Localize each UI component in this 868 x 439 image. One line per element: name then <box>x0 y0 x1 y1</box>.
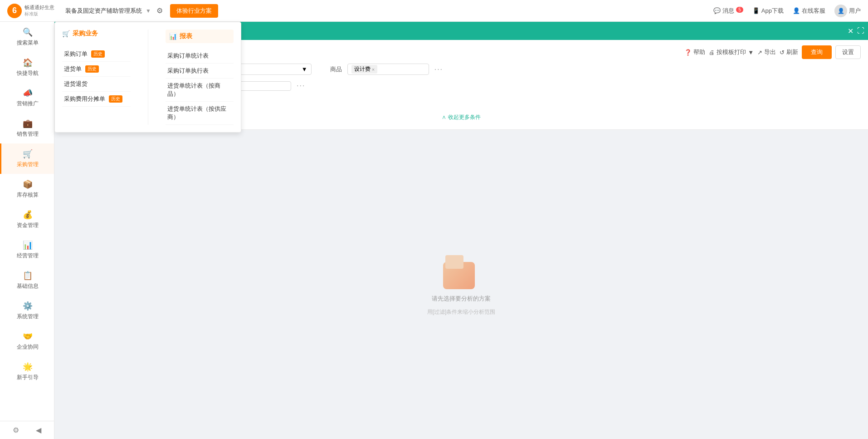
history-badge-1: 历史 <box>91 50 105 58</box>
status-value <box>243 66 245 73</box>
sidebar-item-inventory[interactable]: 📦 库存核算 <box>0 174 54 204</box>
inventory-icon: 📦 <box>23 179 33 189</box>
sidebar-collapse-btn[interactable]: ◀ <box>36 426 41 434</box>
menu-item-purchase-expense-label: 采购费用分摊单 <box>64 95 105 103</box>
marketing-icon: 📣 <box>23 88 33 98</box>
refresh-btn[interactable]: ↺ 刷新 <box>780 48 798 56</box>
service-icon: 👤 <box>793 7 800 14</box>
refresh-label: 刷新 <box>786 48 798 56</box>
history-badge-2: 历史 <box>85 65 99 73</box>
header-right: 💬 消息 5 📱 App下载 👤 在线客服 👤 用户 <box>713 5 861 17</box>
sidebar-item-purchase[interactable]: 🛒 采购管理 <box>0 143 54 174</box>
sidebar-item-search[interactable]: 🔍 搜索菜单 <box>0 22 54 52</box>
settings-icon[interactable]: ⚙ <box>156 6 163 15</box>
sidebar-label-marketing: 营销推广 <box>17 100 39 108</box>
purchase-dropdown-menu: 🛒 采购业务 采购订单 历史 进货单 历史 进货退货 采购费用分摊单 历史 📊 … <box>54 22 241 133</box>
menu-divider <box>148 30 148 125</box>
status-dropdown-icon: ▼ <box>302 66 307 73</box>
user-btn[interactable]: 👤 用户 <box>834 5 861 17</box>
sidebar-label-basic-info: 基础信息 <box>17 282 39 290</box>
print-dropdown-icon: ▼ <box>748 49 754 56</box>
menu-item-purchase-order-stat-label: 采购订单统计表 <box>167 52 209 60</box>
purchase-section-title: 🛒 采购业务 <box>62 30 131 41</box>
sidebar-label-inventory: 库存核算 <box>17 191 39 199</box>
menu-item-purchase-order[interactable]: 采购订单 历史 <box>62 47 131 62</box>
messages-btn[interactable]: 💬 消息 5 <box>713 7 743 15</box>
query-button[interactable]: 查询 <box>802 45 832 59</box>
sidebar-label-system: 系统管理 <box>17 313 39 321</box>
sidebar-item-operations[interactable]: 📊 经营管理 <box>0 235 54 265</box>
sidebar-item-basic-info[interactable]: 📋 基础信息 <box>0 265 54 296</box>
goods-more-btn[interactable]: ··· <box>434 65 443 74</box>
status-select[interactable]: ▼ <box>239 64 312 75</box>
search-icon: 🔍 <box>23 27 33 37</box>
operations-icon: 📊 <box>23 240 33 250</box>
report-section-icon: 📊 <box>169 33 177 40</box>
export-btn[interactable]: ↗ 导出 <box>757 48 776 56</box>
menu-item-purchase-expense[interactable]: 采购费用分摊单 历史 <box>62 92 131 107</box>
home-icon: 🏠 <box>23 58 33 68</box>
menu-item-goods-receipt-stat-supplier[interactable]: 进货单统计表（按供应商） <box>166 102 234 125</box>
menu-item-purchase-order-label: 采购订单 <box>64 50 88 58</box>
report-section: 📊 报表 采购订单统计表 采购订单执行表 进货单统计表（按商品） 进货单统计表（… <box>166 30 234 125</box>
menu-item-purchase-order-exec[interactable]: 采购订单执行表 <box>166 64 234 79</box>
app-download-btn[interactable]: 📱 App下载 <box>752 7 784 15</box>
sidebar-item-sales[interactable]: 💼 销售管理 <box>0 113 54 143</box>
settings-button[interactable]: 设置 <box>835 45 861 59</box>
sidebar: 🔍 搜索菜单 🏠 快捷导航 📣 营销推广 💼 销售管理 🛒 采购管理 📦 库存核… <box>0 22 54 439</box>
goods-tag-remove[interactable]: × <box>372 67 375 72</box>
empty-box-graphic <box>443 262 475 289</box>
message-icon: 💬 <box>713 7 721 14</box>
sidebar-settings-btn[interactable]: ⚙ <box>13 426 19 434</box>
print-label: 按模板打印 <box>717 48 746 56</box>
collapse-label: 收起更多条件 <box>448 114 481 120</box>
sidebar-item-newbie[interactable]: 🌟 新手引导 <box>0 356 54 387</box>
menu-item-goods-return[interactable]: 进货退货 <box>62 77 131 92</box>
menu-item-goods-receipt-stat-goods[interactable]: 进货单统计表（按商品） <box>166 79 234 102</box>
history-badge-3: 历史 <box>109 95 122 103</box>
sidebar-label-purchase: 采购管理 <box>17 161 39 168</box>
menu-item-purchase-order-exec-label: 采购订单执行表 <box>167 67 209 75</box>
purchase-section-label: 采购业务 <box>73 30 98 38</box>
online-service-label: 在线客服 <box>802 7 825 15</box>
help-btn[interactable]: ❓ 帮助 <box>684 48 705 56</box>
newbie-icon: 🌟 <box>23 362 33 372</box>
empty-illustration <box>439 253 484 289</box>
goods-tag-chip: 设计费 × <box>351 65 377 74</box>
purchase-section: 🛒 采购业务 采购订单 历史 进货单 历史 进货退货 采购费用分摊单 历史 <box>62 30 131 125</box>
export-label: 导出 <box>764 48 776 56</box>
sidebar-label-finance: 资金管理 <box>17 222 39 229</box>
finance-icon: 💰 <box>23 210 33 220</box>
sidebar-item-marketing[interactable]: 📣 营销推广 <box>0 83 54 113</box>
tab-close-window-icon[interactable]: ✕ <box>848 27 853 35</box>
sidebar-bottom: ⚙ ◀ <box>0 421 54 439</box>
sidebar-item-finance[interactable]: 💰 资金管理 <box>0 204 54 235</box>
brand-name: 畅通通好生意 <box>24 4 54 10</box>
top-header: 6 畅通通好生意 标准版 装备及固定资产辅助管理系统 ▼ ⚙ 体验行业方案 💬 … <box>0 0 868 22</box>
menu-item-goods-receipt[interactable]: 进货单 历史 <box>62 62 131 77</box>
sidebar-label-enterprise: 企业协同 <box>17 343 39 351</box>
purchase-section-icon: 🛒 <box>62 30 70 37</box>
system-icon: ⚙️ <box>23 301 33 311</box>
tab-expand-icon[interactable]: ⛶ <box>857 27 864 35</box>
avatar: 👤 <box>834 5 847 17</box>
system-dropdown-arrow[interactable]: ▼ <box>146 8 151 14</box>
online-service-btn[interactable]: 👤 在线客服 <box>793 7 825 15</box>
enterprise-icon: 🤝 <box>23 331 33 341</box>
sidebar-item-quick-nav[interactable]: 🏠 快捷导航 <box>0 52 54 83</box>
tab-right-btns: ✕ ⛶ <box>848 27 864 35</box>
user-label: 用户 <box>849 7 861 15</box>
logo-area: 6 畅通通好生意 标准版 <box>7 4 62 18</box>
system-name: 装备及固定资产辅助管理系统 <box>65 7 142 15</box>
menu-item-purchase-order-stat[interactable]: 采购订单统计表 <box>166 49 234 64</box>
goods-filter-label: 商品 <box>317 65 342 74</box>
goods-tag-input[interactable]: 设计费 × <box>347 64 429 75</box>
sidebar-item-system[interactable]: ⚙️ 系统管理 <box>0 296 54 326</box>
export-icon: ↗ <box>757 49 762 56</box>
purchase-icon: 🛒 <box>23 149 33 159</box>
sidebar-item-enterprise[interactable]: 🤝 企业协同 <box>0 326 54 356</box>
industry-btn[interactable]: 体验行业方案 <box>170 4 218 18</box>
salesman-more-btn[interactable]: ··· <box>297 82 305 90</box>
print-btn[interactable]: 🖨 按模板打印 ▼ <box>709 48 754 56</box>
menu-item-goods-receipt-stat-goods-label: 进货单统计表（按商品） <box>167 82 232 98</box>
